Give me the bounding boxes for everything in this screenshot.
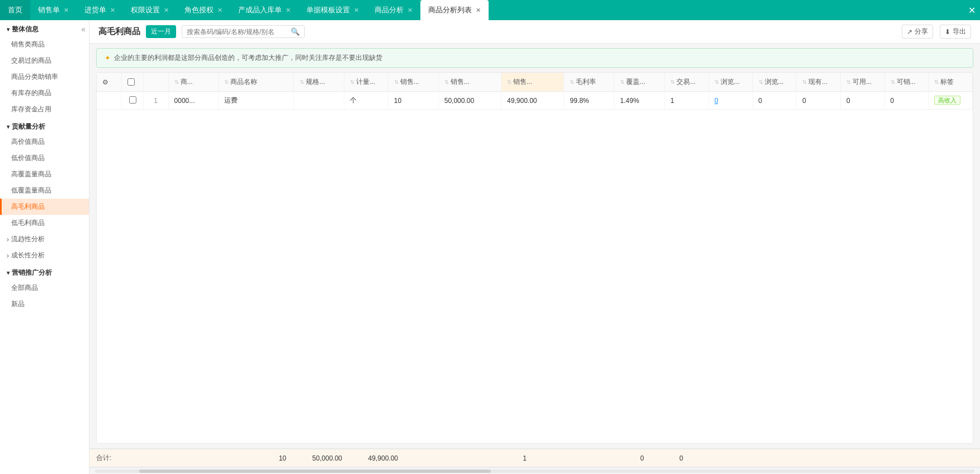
nav-item-production[interactable]: 产成品入库单 ✕	[230, 0, 299, 20]
sidebar-item-low-coverage[interactable]: 低覆盖量商品	[0, 182, 89, 199]
sort-icon-6: ⇅	[444, 79, 449, 85]
sidebar-item-high-margin[interactable]: 高毛利商品	[0, 199, 89, 215]
cell-browse1[interactable]: 0	[708, 92, 752, 110]
nav-item-home[interactable]: 首页	[0, 0, 30, 20]
select-all-checkbox[interactable]	[127, 78, 135, 86]
sidebar-collapse-button[interactable]: «	[81, 25, 86, 34]
sort-icon-4: ⇅	[350, 79, 354, 85]
time-filter-recent-month[interactable]: 近一月	[146, 25, 176, 38]
arrow-right-icon: ›	[7, 236, 9, 243]
close-all-tabs[interactable]: ✕	[963, 0, 980, 20]
table-header-row: ⚙ ⇅商... ⇅商品名称 ⇅规格...	[97, 73, 973, 92]
cell-margin-rate: 99.8%	[564, 92, 614, 110]
sort-icon-2: ⇅	[224, 79, 229, 85]
nav-item-purchase[interactable]: 进货单 ✕	[77, 0, 123, 20]
th-stock-current[interactable]: ⇅现有...	[797, 73, 841, 92]
close-template-tab[interactable]: ✕	[354, 7, 359, 14]
sort-icon: ⇅	[174, 79, 179, 85]
arrow-down-icon: ▾	[7, 26, 10, 32]
horizontal-scrollbar[interactable]	[89, 467, 980, 474]
cell-sales-qty: 10	[388, 92, 438, 110]
sidebar-group-marketing[interactable]: ▾ 营销推广分析	[0, 264, 89, 280]
th-coverage[interactable]: ⇅覆盖...	[614, 73, 665, 92]
sidebar: « ▾ 整体信息 销售类商品 交易过的商品 商品分类助销率 有库存的商品 库存资…	[0, 20, 89, 474]
th-stock-available[interactable]: ⇅可用...	[840, 73, 884, 92]
sidebar-item-high-value[interactable]: 高价值商品	[0, 134, 89, 150]
cell-stock-current: 0	[797, 92, 841, 110]
th-tag[interactable]: ⇅标签	[929, 73, 973, 92]
sort-icon-8: ⇅	[570, 79, 574, 85]
share-button[interactable]: ↗ 分享	[902, 25, 933, 39]
sidebar-group-growth[interactable]: › 成长性分析	[0, 247, 89, 264]
cell-stock-available: 0	[840, 92, 884, 110]
sidebar-item-stock-goods[interactable]: 有库存的商品	[0, 85, 89, 101]
sidebar-item-sales-goods[interactable]: 销售类商品	[0, 36, 89, 53]
row-checkbox[interactable]	[129, 96, 136, 104]
sidebar-item-stock-capital[interactable]: 库存资金占用	[0, 101, 89, 118]
th-stock-sell[interactable]: ⇅可销...	[884, 73, 929, 92]
sidebar-item-new-goods[interactable]: 新品	[0, 296, 89, 312]
content-area: 高毛利商品 近一月 🔍 ↗ 分享 ⬇ 导出 ✦ 企业的主要的利润都是这部分商品创…	[89, 20, 980, 474]
export-button[interactable]: ⬇ 导出	[940, 25, 971, 39]
search-input[interactable]	[187, 28, 291, 36]
close-production-tab[interactable]: ✕	[286, 7, 291, 14]
footer-total-row: 合计: 10 50,000.00 49,900.00 1 0 0	[89, 448, 980, 467]
cell-spec	[294, 92, 344, 110]
nav-item-analysis[interactable]: 商品分析 ✕	[367, 0, 420, 20]
th-unit[interactable]: ⇅计量...	[344, 73, 389, 92]
top-nav: 首页 销售单 ✕ 进货单 ✕ 权限设置 ✕ 角色授权 ✕ 产成品入库单 ✕ 单据…	[0, 0, 980, 20]
content-header: 高毛利商品 近一月 🔍 ↗ 分享 ⬇ 导出	[89, 20, 980, 44]
cell-coverage: 1.49%	[614, 92, 665, 110]
sidebar-group-trend[interactable]: › 流趋性分析	[0, 231, 89, 247]
th-settings[interactable]: ⚙	[97, 73, 122, 92]
sidebar-group-contribution[interactable]: ▾ 贡献量分析	[0, 118, 89, 134]
main-layout: « ▾ 整体信息 销售类商品 交易过的商品 商品分类助销率 有库存的商品 库存资…	[0, 20, 980, 474]
th-code[interactable]: ⇅商...	[168, 73, 219, 92]
close-permission-tab[interactable]: ✕	[164, 7, 169, 14]
close-analysis-tab[interactable]: ✕	[408, 7, 413, 14]
th-checkbox[interactable]	[122, 73, 143, 92]
cell-checkbox[interactable]	[122, 92, 143, 110]
scrollbar-thumb[interactable]	[139, 470, 491, 473]
sidebar-item-traded-goods[interactable]: 交易过的商品	[0, 53, 89, 69]
sort-icon-14: ⇅	[846, 79, 851, 85]
th-spec[interactable]: ⇅规格...	[294, 73, 344, 92]
nav-item-sales[interactable]: 销售单 ✕	[30, 0, 77, 20]
export-icon: ⬇	[945, 28, 950, 36]
close-purchase-tab[interactable]: ✕	[110, 7, 115, 14]
sidebar-item-high-coverage[interactable]: 高覆盖量商品	[0, 166, 89, 182]
sidebar-group-overall[interactable]: ▾ 整体信息	[0, 20, 89, 36]
cell-settings	[97, 92, 122, 110]
close-analysis-list-tab[interactable]: ✕	[476, 7, 481, 14]
sidebar-item-low-value[interactable]: 低价值商品	[0, 150, 89, 166]
nav-item-template[interactable]: 单据模板设置 ✕	[299, 0, 367, 20]
search-box: 🔍	[182, 25, 305, 38]
nav-item-analysis-list[interactable]: 商品分析列表 ✕	[420, 0, 489, 20]
th-browse1[interactable]: ⇅浏览...	[708, 73, 752, 92]
cell-tag: 高收入	[929, 92, 973, 110]
th-sales-amount[interactable]: ⇅销售...	[438, 73, 501, 92]
sidebar-item-all-goods[interactable]: 全部商品	[0, 280, 89, 296]
nav-item-role[interactable]: 角色授权 ✕	[177, 0, 230, 20]
close-role-tab[interactable]: ✕	[217, 7, 222, 14]
cell-transaction: 1	[665, 92, 709, 110]
search-icon[interactable]: 🔍	[291, 27, 300, 36]
th-transaction[interactable]: ⇅交易...	[665, 73, 709, 92]
th-sales-profit[interactable]: ⇅销售...	[501, 73, 564, 92]
total-label: 合计:	[96, 453, 253, 463]
sort-icon-12: ⇅	[759, 79, 763, 85]
th-sales-qty[interactable]: ⇅销售...	[388, 73, 438, 92]
sidebar-item-category-rate[interactable]: 商品分类助销率	[0, 69, 89, 85]
nav-item-permission[interactable]: 权限设置 ✕	[123, 0, 177, 20]
th-num	[143, 73, 168, 92]
cell-code: 0000...	[168, 92, 219, 110]
th-name[interactable]: ⇅商品名称	[219, 73, 294, 92]
share-icon: ↗	[907, 28, 912, 36]
sort-icon-11: ⇅	[714, 79, 719, 85]
sort-icon-13: ⇅	[802, 79, 807, 85]
close-sales-tab[interactable]: ✕	[64, 7, 69, 14]
sidebar-item-low-margin[interactable]: 低毛利商品	[0, 215, 89, 231]
sort-icon-15: ⇅	[891, 79, 895, 85]
th-browse2[interactable]: ⇅浏览...	[752, 73, 797, 92]
th-margin-rate[interactable]: ⇅毛利率	[564, 73, 614, 92]
